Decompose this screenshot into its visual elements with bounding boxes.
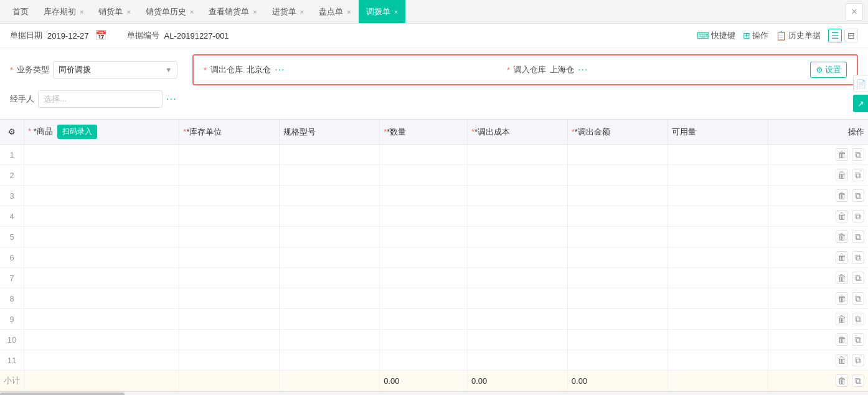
- shortcut-btn[interactable]: ⌨ 快捷键: [697, 30, 735, 41]
- spec-cell[interactable]: [280, 350, 380, 371]
- settings-btn[interactable]: ⚙ 设置: [810, 62, 847, 78]
- spec-cell[interactable]: [280, 186, 380, 206]
- copy-icon[interactable]: ⧉: [852, 272, 864, 284]
- subtotal-copy-icon[interactable]: ⧉: [852, 374, 864, 387]
- tab-inventory-init-close[interactable]: ×: [80, 8, 83, 16]
- delete-icon[interactable]: 🗑: [836, 313, 848, 325]
- tab-purchase-order-close[interactable]: ×: [300, 8, 304, 16]
- product-cell[interactable]: [24, 145, 179, 165]
- product-cell[interactable]: [24, 288, 179, 309]
- avail-cell[interactable]: [668, 309, 768, 330]
- copy-icon[interactable]: ⧉: [852, 189, 864, 202]
- amount-cell[interactable]: [567, 227, 668, 247]
- qty-cell[interactable]: [380, 206, 468, 227]
- qty-cell[interactable]: [380, 350, 468, 371]
- delete-icon[interactable]: 🗑: [836, 333, 848, 346]
- handler-more[interactable]: ···: [166, 93, 176, 105]
- tab-home[interactable]: 首页: [5, 0, 36, 23]
- qty-cell[interactable]: [380, 330, 468, 350]
- cost-cell[interactable]: [467, 350, 567, 371]
- qty-cell[interactable]: [380, 288, 468, 309]
- qty-cell[interactable]: [380, 227, 468, 247]
- product-cell[interactable]: [24, 309, 179, 330]
- avail-cell[interactable]: [668, 288, 768, 309]
- spec-cell[interactable]: [280, 288, 380, 309]
- calendar-icon[interactable]: 📅: [95, 30, 107, 41]
- amount-cell[interactable]: [567, 350, 668, 371]
- tab-transfer-order[interactable]: 调拨单 ×: [359, 0, 405, 23]
- tab-view-sales[interactable]: 查看销货单 ×: [201, 0, 264, 23]
- delete-icon[interactable]: 🗑: [836, 148, 848, 161]
- spec-cell[interactable]: [280, 309, 380, 330]
- spec-cell[interactable]: [280, 145, 380, 165]
- unit-cell[interactable]: [179, 227, 280, 247]
- product-cell[interactable]: [24, 165, 179, 186]
- delete-icon[interactable]: 🗑: [836, 292, 848, 305]
- qty-cell[interactable]: [380, 268, 468, 288]
- cost-cell[interactable]: [467, 145, 567, 165]
- tab-sales-order[interactable]: 销货单 ×: [91, 0, 138, 23]
- history-btn[interactable]: 📋 历史单据: [776, 30, 821, 41]
- qty-cell[interactable]: [380, 165, 468, 186]
- window-close-button[interactable]: ×: [846, 3, 863, 21]
- amount-cell[interactable]: [567, 247, 668, 268]
- tab-sales-order-close[interactable]: ×: [126, 8, 130, 16]
- tab-purchase-order[interactable]: 进货单 ×: [265, 0, 311, 23]
- scrollbar-thumb[interactable]: [0, 393, 125, 395]
- qty-cell[interactable]: [380, 309, 468, 330]
- delete-icon[interactable]: 🗑: [836, 251, 848, 264]
- handler-select[interactable]: 选择...: [38, 90, 163, 108]
- sidebar-doc-icon[interactable]: 📄: [853, 75, 868, 92]
- avail-cell[interactable]: [668, 350, 768, 371]
- cost-cell[interactable]: [467, 165, 567, 186]
- qty-cell[interactable]: [380, 186, 468, 206]
- product-cell[interactable]: [24, 186, 179, 206]
- avail-cell[interactable]: [668, 268, 768, 288]
- avail-cell[interactable]: [668, 145, 768, 165]
- out-warehouse-more[interactable]: ···: [275, 64, 285, 75]
- tab-sales-history-close[interactable]: ×: [190, 8, 194, 16]
- settings-col-header[interactable]: ⚙: [0, 120, 24, 145]
- product-cell[interactable]: [24, 330, 179, 350]
- sidebar-expand-icon[interactable]: ↗: [853, 95, 868, 112]
- amount-cell[interactable]: [567, 186, 668, 206]
- spec-cell[interactable]: [280, 247, 380, 268]
- copy-icon[interactable]: ⧉: [852, 231, 864, 243]
- in-warehouse-more[interactable]: ···: [578, 64, 588, 75]
- cost-cell[interactable]: [467, 227, 567, 247]
- amount-cell[interactable]: [567, 330, 668, 350]
- cost-cell[interactable]: [467, 268, 567, 288]
- unit-cell[interactable]: [179, 309, 280, 330]
- delete-icon[interactable]: 🗑: [836, 354, 848, 366]
- unit-cell[interactable]: [179, 165, 280, 186]
- avail-cell[interactable]: [668, 227, 768, 247]
- qty-cell[interactable]: [380, 247, 468, 268]
- product-cell[interactable]: [24, 206, 179, 227]
- tab-inventory-count-close[interactable]: ×: [347, 8, 351, 16]
- tab-sales-history[interactable]: 销货单历史 ×: [138, 0, 201, 23]
- scan-btn[interactable]: 扫码录入: [57, 125, 97, 139]
- avail-cell[interactable]: [668, 247, 768, 268]
- spec-cell[interactable]: [280, 206, 380, 227]
- tab-inventory-init[interactable]: 库存期初 ×: [36, 0, 91, 23]
- layout-grid-icon[interactable]: ⊟: [844, 29, 858, 42]
- horizontal-scrollbar[interactable]: [0, 391, 868, 395]
- avail-cell[interactable]: [668, 165, 768, 186]
- layout-list-icon[interactable]: ☰: [828, 29, 842, 42]
- product-cell[interactable]: [24, 227, 179, 247]
- amount-cell[interactable]: [567, 268, 668, 288]
- qty-cell[interactable]: [380, 145, 468, 165]
- spec-cell[interactable]: [280, 227, 380, 247]
- subtotal-delete-icon[interactable]: 🗑: [836, 374, 848, 387]
- copy-icon[interactable]: ⧉: [852, 313, 864, 325]
- product-cell[interactable]: [24, 247, 179, 268]
- unit-cell[interactable]: [179, 268, 280, 288]
- amount-cell[interactable]: [567, 288, 668, 309]
- copy-icon[interactable]: ⧉: [852, 333, 864, 346]
- unit-cell[interactable]: [179, 145, 280, 165]
- unit-cell[interactable]: [179, 288, 280, 309]
- delete-icon[interactable]: 🗑: [836, 231, 848, 243]
- cost-cell[interactable]: [467, 330, 567, 350]
- avail-cell[interactable]: [668, 206, 768, 227]
- unit-cell[interactable]: [179, 330, 280, 350]
